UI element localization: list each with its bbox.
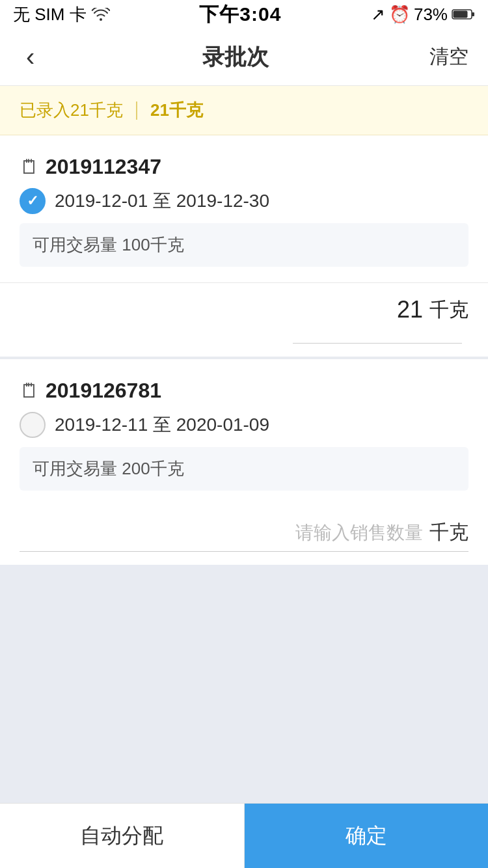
back-button[interactable]: ‹ <box>20 36 41 78</box>
batch1-underline <box>293 343 462 344</box>
batch2-input-unit: 千克 <box>429 519 468 546</box>
bottom-bar: 自动分配 确定 <box>0 803 488 868</box>
status-left: 无 SIM 卡 <box>13 3 110 26</box>
status-time: 下午3:04 <box>199 1 281 28</box>
batch2-underline <box>20 551 468 552</box>
location-icon: ↗ <box>371 5 385 25</box>
batch2-row[interactable]: 2019-12-11 至 2020-01-09 <box>20 412 468 438</box>
batch1-quantity-value: 21 <box>397 296 423 323</box>
batch1-row[interactable]: 2019-12-01 至 2019-12-30 <box>20 188 468 214</box>
alarm-icon: ⏰ <box>389 5 410 25</box>
batch2-header: 🗒 2019126781 <box>20 379 468 403</box>
page-title: 录批次 <box>202 42 269 72</box>
nav-bar: ‹ 录批次 清空 <box>0 29 488 86</box>
batch2-id: 2019126781 <box>46 379 161 403</box>
batch1-id: 2019112347 <box>46 155 161 179</box>
battery-icon <box>452 8 475 21</box>
gray-area <box>0 565 488 812</box>
batch1-availability: 可用交易量 100千克 <box>20 223 468 267</box>
wifi-icon <box>92 8 110 21</box>
batch2-underline-row <box>0 546 488 565</box>
batch2-date: 2019-12-11 至 2020-01-09 <box>55 413 269 437</box>
batch2-availability: 可用交易量 200千克 <box>20 447 468 491</box>
recorded-amount: 21千克 <box>150 99 203 122</box>
batch1-quantity-row: 21 千克 <box>0 282 488 336</box>
battery-percent: 73% <box>414 5 448 25</box>
auto-distribute-button[interactable]: 自动分配 <box>0 804 245 868</box>
batch2-icon: 🗒 <box>20 380 39 402</box>
status-right: ↗ ⏰ 73% <box>371 5 475 25</box>
svg-rect-2 <box>453 11 467 18</box>
svg-rect-1 <box>472 12 474 16</box>
confirm-button[interactable]: 确定 <box>245 804 489 868</box>
batch1-icon: 🗒 <box>20 156 39 178</box>
batch1-radio[interactable] <box>20 188 46 214</box>
batch-item-1: 🗒 2019112347 2019-12-01 至 2019-12-30 可用交… <box>0 135 488 282</box>
recorded-label: 已录入21千克 <box>20 99 123 122</box>
batch2-radio[interactable] <box>20 412 46 438</box>
batch1-header: 🗒 2019112347 <box>20 155 468 179</box>
no-sim-text: 无 SIM 卡 <box>13 3 87 26</box>
clear-button[interactable]: 清空 <box>429 44 468 70</box>
batch2-input-placeholder: 请输入销售数量 <box>295 521 423 545</box>
status-bar: 无 SIM 卡 下午3:04 ↗ ⏰ 73% <box>0 0 488 29</box>
batch1-date: 2019-12-01 至 2019-12-30 <box>55 189 269 213</box>
batch-item-2: 🗒 2019126781 2019-12-11 至 2020-01-09 可用交… <box>0 359 488 506</box>
batch1-underline-row <box>0 336 488 357</box>
info-banner: 已录入21千克 21千克 <box>0 86 488 135</box>
batch1-quantity-unit: 千克 <box>429 297 468 323</box>
batch2-input-row: 请输入销售数量 千克 <box>0 506 488 546</box>
info-divider <box>136 102 137 120</box>
